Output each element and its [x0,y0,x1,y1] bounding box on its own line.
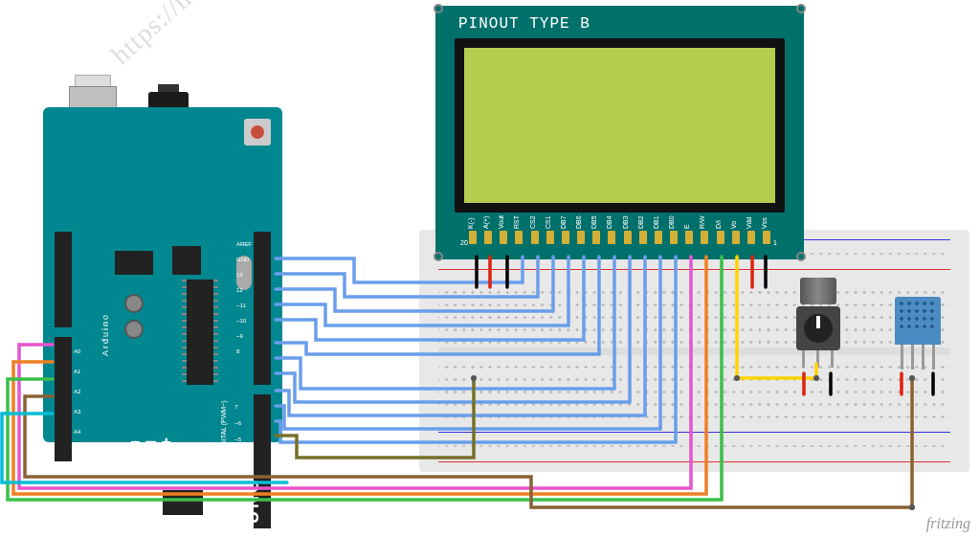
lcd-pin [701,231,708,244]
lcd-pin-label: DB0 [668,221,679,229]
potentiometer-knob [804,314,833,343]
digital-pins-label: DIGITAL (PWM~) [219,400,226,452]
fritzing-attribution: fritzing [926,515,970,532]
lcd-pin [608,231,615,244]
lcd-pin-1-marker: 1 [773,239,777,246]
lcd-pin [639,231,647,244]
lcd-pin-label: A(+) [482,221,494,229]
lcd-pin-header [469,231,770,248]
reset-button [244,119,271,146]
breadboard [419,230,969,472]
capacitor-2 [124,320,144,339]
svg-point-15 [909,504,915,510]
lcd-pin [577,231,585,244]
voltage-regulator [115,251,153,275]
dht11-pin-data [911,345,914,370]
lcd-pin-label: Vout [498,221,509,229]
dht11-grille [898,300,938,328]
potentiometer-leg-3 [831,350,834,368]
potentiometer-leg-1 [802,350,805,368]
lcd-pin-label: E [683,221,695,229]
capacitor-1 [124,294,144,313]
lcd-pin [469,231,477,244]
lcd-pin-label: DB6 [575,221,587,229]
lcd-pin [732,231,740,244]
pin-labels-analog: A0 A1 A2 A3 A4 A5 [74,342,80,462]
lcd-pinout-title: PINOUT TYPE B [458,15,590,33]
potentiometer-10k [794,278,842,354]
lcd-mount-hole [434,252,443,261]
lcd-bezel [455,38,785,213]
lcd-pin-label: DB5 [590,221,602,229]
arduino-power-header [55,232,72,327]
lcd-pin-label: DB7 [560,221,571,229]
lcd-pin [763,231,770,244]
lcd-pin-label: DB1 [653,221,664,229]
icsp-header [163,490,203,515]
arduino-analog-header [55,337,72,461]
arduino-digital-header-upper [254,232,271,385]
lcd-pin-label: K(-) [467,221,479,229]
lcd-pin-label: Vss [761,221,772,229]
lcd-mount-hole [796,4,806,13]
arduino-infinity-logo-icon [120,423,182,461]
lcd-pin [624,231,632,244]
lcd-pin-label: DB2 [637,221,649,229]
lcd-pin [655,231,662,244]
lcd-pin-label: DB3 [622,221,634,229]
lcd-pin [670,231,678,244]
lcd-pin-labels-row: K(-)A(+)VoutRSTCS2CS1DB7DB6DB5DB4DB3DB2D… [469,219,770,231]
lcd-pin [562,231,569,244]
lcd-pin [592,231,600,244]
lcd-pin [747,231,755,244]
dht11-pin-gnd [932,345,935,370]
glcd-128x64-module: PINOUT TYPE B 20 1 K(-)A(+)VoutRSTCS2CS1… [435,6,804,259]
dht11-sensor [895,297,941,369]
breadboard-rail-bottom [438,432,950,462]
lcd-mount-hole [796,252,806,261]
lcd-mount-hole [434,4,443,13]
lcd-pin-label: R/W [699,221,710,229]
lcd-pin [717,231,724,244]
lcd-pin [685,231,693,244]
lcd-display-area [464,48,775,203]
lcd-pin [531,231,539,244]
potentiometer-leg-2 [816,350,819,368]
lcd-pin [500,231,507,244]
lcd-pin-label: D/I [715,221,726,229]
lcd-pin-label: Vo [730,221,742,229]
lcd-pin-label: DB4 [606,221,617,229]
dht11-body [895,297,941,345]
atmega328-chip [187,280,213,385]
arduino-logo-text: Arduino [100,313,110,356]
lcd-pin [484,231,492,244]
breadboard-main-area [438,282,950,419]
lcd-pin-label: CS1 [545,221,556,229]
lcd-pin-label: Vdd [746,221,757,229]
usb-controller-chip [172,246,201,275]
arduino-uno-board: ICSP Arduino UNO DIGITAL (PWM~) AREF GND… [43,107,282,442]
lcd-pin-label: CS2 [529,221,541,229]
lcd-pin [546,231,554,244]
dht11-pin-vcc [901,345,903,370]
breadboard-divider [438,347,950,355]
lcd-pin [515,231,523,244]
lcd-pin-20-marker: 20 [460,239,468,246]
dht11-pin-nc [922,345,924,370]
pin-labels-d8-d13: AREF GND 13 12 ~11 ~10 ~9 8 [236,236,252,359]
lcd-pin-label: RST [513,221,524,229]
watermark-text: https://microdigisoft.com - 5:10 pm [105,0,435,71]
pin-labels-d0-d7: 7 ~6 ~5 4 ~3 2 TX→1 RX←0 [234,399,252,529]
potentiometer-shaft [800,278,836,304]
icsp-label: ICSP [167,479,183,485]
